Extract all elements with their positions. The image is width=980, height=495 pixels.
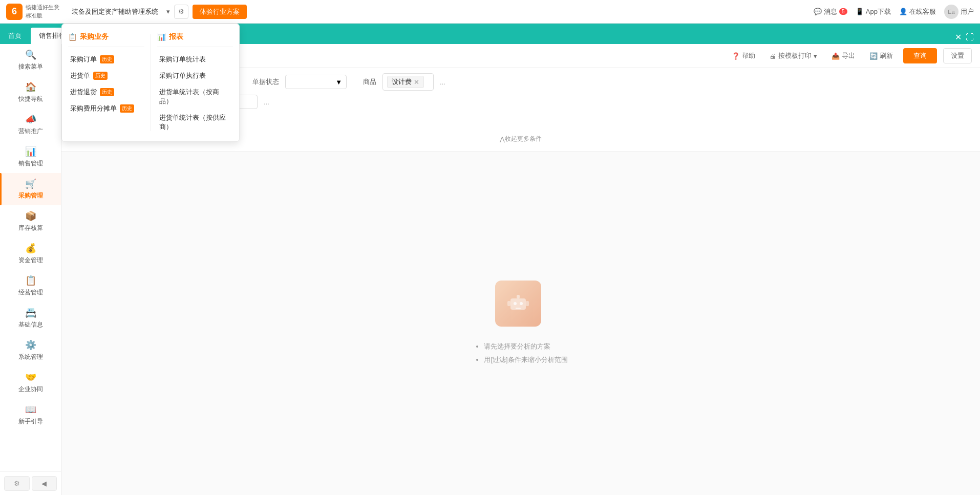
dropdown-item-goods-return[interactable]: 进货退货 历史 bbox=[68, 84, 144, 100]
dropdown-item-po-exec[interactable]: 采购订单执行表 bbox=[157, 68, 233, 84]
export-icon: 📤 bbox=[832, 52, 840, 60]
logo-icon: 6 bbox=[6, 4, 23, 20]
refresh-icon: 🔄 bbox=[869, 52, 878, 60]
industry-btn[interactable]: 体验行业方案 bbox=[193, 5, 247, 19]
goods-dots[interactable]: ... bbox=[440, 78, 445, 86]
empty-hints: 请先选择要分析的方案 用[过滤]条件来缩小分析范围 bbox=[474, 340, 567, 367]
dropdown-item-goods-receipt[interactable]: 进货单 历史 bbox=[68, 68, 144, 84]
export-btn[interactable]: 📤 导出 bbox=[827, 49, 859, 62]
nav-online-service[interactable]: 👤 在线客服 bbox=[899, 7, 936, 16]
sidebar-item-operations[interactable]: 📋 经营管理 bbox=[0, 270, 61, 302]
reports-title: 📊 报表 bbox=[157, 30, 233, 47]
print-btn[interactable]: 🖨 按模板打印 ▾ bbox=[765, 49, 821, 62]
reports-col: 📊 报表 采购订单统计表 采购订单执行表 进货单统计表（按商品） 进货单统计表（… bbox=[151, 30, 240, 135]
svg-rect-5 bbox=[507, 301, 510, 306]
sidebar-item-basic-info[interactable]: 📇 基础信息 bbox=[0, 302, 61, 334]
purchase-dropdown-menu: 📋 采购业务 采购订单 历史 进货单 历史 进货退货 历史 采购费用分摊单 历史 bbox=[61, 24, 240, 142]
system-dropdown-btn[interactable]: ▾ bbox=[166, 8, 170, 15]
tab-maximize-icon[interactable]: ⛶ bbox=[966, 33, 974, 42]
message-badge: 5 bbox=[839, 8, 847, 15]
goods-tag-close[interactable]: ✕ bbox=[414, 78, 419, 86]
sidebar-settings-btn[interactable]: ⚙ bbox=[4, 476, 30, 491]
dropdown-item-po-stats[interactable]: 采购订单统计表 bbox=[157, 51, 233, 68]
sidebar: 🔍 搜索菜单 🏠 快捷导航 📣 营销推广 📊 销售管理 🛒 采购管理 📦 库存核… bbox=[0, 44, 61, 495]
system-icon: ⚙️ bbox=[25, 339, 36, 351]
tab-close-all-icon[interactable]: ✕ bbox=[955, 32, 962, 42]
top-navbar: 6 畅捷通好生意 标准版 装备及固定资产辅助管理系统 ▾ ⚙ 体验行业方案 💬 … bbox=[0, 0, 980, 24]
system-name: 装备及固定资产辅助管理系统 bbox=[68, 7, 162, 16]
refresh-btn[interactable]: 🔄 刷新 bbox=[865, 49, 897, 62]
nav-middle: 装备及固定资产辅助管理系统 ▾ ⚙ 体验行业方案 bbox=[68, 5, 814, 19]
sidebar-item-purchase[interactable]: 🛒 采购管理 bbox=[0, 173, 61, 205]
collapse-icon: ⋀ bbox=[500, 136, 505, 143]
service-icon: 👤 bbox=[899, 8, 907, 15]
sidebar-collapse-btn[interactable]: ◀ bbox=[32, 476, 57, 491]
sidebar-item-marketing[interactable]: 📣 营销推广 bbox=[0, 109, 61, 141]
hist-badge: 历史 bbox=[93, 72, 108, 80]
dropdown-columns: 📋 采购业务 采购订单 历史 进货单 历史 进货退货 历史 采购费用分摊单 历史 bbox=[62, 30, 239, 135]
empty-area: 请先选择要分析的方案 用[过滤]条件来缩小分析范围 bbox=[61, 152, 980, 495]
sidebar-item-capital[interactable]: 💰 资金管理 bbox=[0, 238, 61, 270]
dropdown-item-purchase-fee[interactable]: 采购费用分摊单 历史 bbox=[68, 100, 144, 117]
purchase-business-title: 📋 采购业务 bbox=[68, 30, 144, 47]
dropdown-item-receipt-by-goods[interactable]: 进货单统计表（按商品） bbox=[157, 84, 233, 110]
sidebar-item-system[interactable]: ⚙️ 系统管理 bbox=[0, 334, 61, 367]
nav-app-download[interactable]: 📱 App下载 bbox=[856, 7, 891, 16]
sidebar-item-enterprise[interactable]: 🤝 企业协同 bbox=[0, 367, 61, 399]
sales-icon: 📊 bbox=[25, 146, 36, 157]
salesperson-dots[interactable]: ... bbox=[264, 98, 269, 106]
sidebar-item-search[interactable]: 🔍 搜索菜单 bbox=[0, 44, 61, 76]
purchase-business-icon: 📋 bbox=[68, 33, 77, 41]
purchase-business-col: 📋 采购业务 采购订单 历史 进货单 历史 进货退货 历史 采购费用分摊单 历史 bbox=[62, 30, 151, 135]
capital-icon: 💰 bbox=[25, 243, 36, 254]
reports-icon: 📊 bbox=[157, 33, 166, 41]
sidebar-item-quick-nav[interactable]: 🏠 快捷导航 bbox=[0, 76, 61, 109]
print-icon: 🖨 bbox=[770, 52, 776, 60]
sidebar-item-inventory[interactable]: 📦 库存核算 bbox=[0, 205, 61, 238]
svg-rect-4 bbox=[517, 295, 520, 298]
help-icon: ❓ bbox=[732, 52, 740, 60]
tab-bar-actions: ✕ ⛶ bbox=[955, 32, 980, 44]
hist-badge: 历史 bbox=[100, 88, 114, 96]
purchase-icon: 🛒 bbox=[25, 178, 36, 189]
basic-info-icon: 📇 bbox=[25, 307, 36, 318]
nav-user[interactable]: Ea 用户 bbox=[944, 5, 974, 19]
sidebar-bottom: ⚙ ◀ bbox=[0, 471, 61, 495]
nav-message[interactable]: 💬 消息 5 bbox=[814, 7, 847, 16]
svg-point-1 bbox=[514, 302, 517, 305]
goods-input[interactable]: 设计费 ✕ bbox=[382, 73, 434, 91]
help-btn[interactable]: ❓ 帮助 bbox=[728, 49, 759, 62]
svg-point-2 bbox=[520, 302, 523, 305]
settings-btn[interactable]: 设置 bbox=[943, 48, 972, 63]
guide-icon: 📖 bbox=[25, 404, 36, 415]
svg-rect-6 bbox=[526, 301, 529, 306]
enterprise-icon: 🤝 bbox=[25, 372, 36, 383]
print-dropdown-icon[interactable]: ▾ bbox=[814, 52, 817, 60]
logo-area: 6 畅捷通好生意 标准版 bbox=[6, 4, 68, 20]
nav-settings-btn[interactable]: ⚙ bbox=[174, 5, 188, 19]
goods-label: 商品 bbox=[363, 77, 376, 87]
dropdown-item-purchase-order[interactable]: 采购订单 历史 bbox=[68, 51, 144, 68]
message-icon: 💬 bbox=[814, 8, 822, 15]
nav-right: 💬 消息 5 📱 App下载 👤 在线客服 Ea 用户 bbox=[814, 5, 974, 19]
dropdown-item-receipt-by-supplier[interactable]: 进货单统计表（按供应商） bbox=[157, 110, 233, 135]
inventory-icon: 📦 bbox=[25, 210, 36, 222]
logo-text: 畅捷通好生意 标准版 bbox=[26, 4, 59, 19]
operations-icon: 📋 bbox=[25, 275, 36, 286]
mobile-icon: 📱 bbox=[856, 8, 864, 15]
query-btn[interactable]: 查询 bbox=[903, 48, 937, 63]
sidebar-item-sales[interactable]: 📊 销售管理 bbox=[0, 141, 61, 173]
active-bar bbox=[0, 173, 2, 205]
home-icon: 🏠 bbox=[25, 81, 36, 93]
doc-status-select[interactable]: ▼ bbox=[285, 75, 347, 89]
goods-tag: 设计费 ✕ bbox=[387, 76, 424, 88]
hist-badge: 历史 bbox=[100, 55, 114, 63]
empty-robot-icon bbox=[495, 281, 541, 327]
hist-badge: 历史 bbox=[120, 104, 134, 113]
empty-illustration bbox=[495, 281, 546, 332]
tab-home[interactable]: 首页 bbox=[0, 28, 30, 44]
marketing-icon: 📣 bbox=[25, 114, 36, 125]
search-icon: 🔍 bbox=[25, 49, 36, 60]
svg-rect-3 bbox=[516, 308, 521, 309]
sidebar-item-guide[interactable]: 📖 新手引导 bbox=[0, 399, 61, 431]
